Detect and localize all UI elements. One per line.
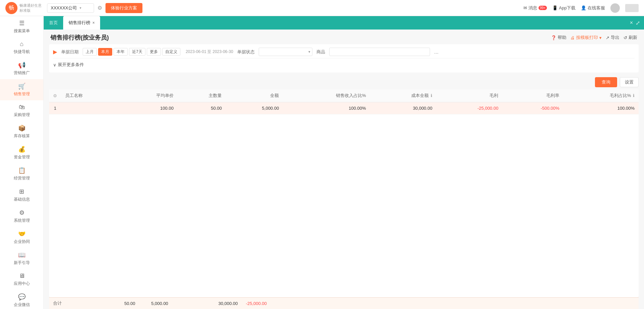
filter-expand-arrow[interactable]: ▶ [53, 49, 57, 55]
tab-sales-ranking[interactable]: 销售排行榜 × [63, 16, 100, 30]
top-bar: 畅 畅康通好生意 标准版 XXXXXX公司 ▾ ⚙ 体验行业方案 ✉ 消息 99… [0, 0, 644, 16]
online-service-button[interactable]: 👤 在线客服 [581, 5, 605, 11]
th-total: 全额 [226, 89, 283, 102]
print-dropdown-icon: ▾ [599, 35, 602, 40]
status-select[interactable] [259, 48, 312, 56]
cell-name-0 [61, 102, 119, 114]
footer-cells: 50.00 5,000.00 30,000.00 -25,000.00 [93, 301, 271, 306]
company-dropdown-icon: ▾ [80, 6, 81, 10]
top-settings-icon[interactable]: ⚙ [97, 5, 102, 11]
sidebar-icon-8: ⊞ [19, 188, 24, 195]
goods-label: 商品 [316, 49, 325, 55]
sidebar-item-新手引导[interactable]: 📖新手引导 [0, 248, 43, 269]
message-button[interactable]: ✉ 消息 99+ [523, 5, 547, 11]
download-icon: 📱 [552, 5, 558, 10]
footer-main-qty: 50.00 [120, 301, 147, 306]
cell-main-qty-0: 50.00 [178, 102, 226, 114]
sidebar-item-库存核算[interactable]: 📦库存核算 [0, 121, 43, 142]
profit-pct-info-icon[interactable]: ℹ [633, 93, 635, 98]
sidebar-icon-4: 🛍 [19, 104, 25, 111]
help-icon: ❓ [551, 35, 556, 40]
print-button[interactable]: 🖨 按模板打印 ▾ [570, 35, 602, 41]
filter-row-1: ▶ 单据日期 上月 本月 本年 近7天 更多 自定义 2023-06-01 至 … [53, 48, 635, 56]
sidebar-item-基础信息[interactable]: ⊞基础信息 [0, 185, 43, 206]
sidebar-label-4: 采购管理 [14, 112, 30, 118]
th-profit-rate: 毛利率 [502, 89, 563, 102]
export-button[interactable]: ↗ 导出 [606, 35, 619, 41]
cell-revenue-pct-0: 100.00% [283, 102, 370, 114]
export-icon: ↗ [606, 35, 609, 40]
date-label: 单据日期 [61, 49, 79, 55]
query-button[interactable]: 查询 [595, 77, 617, 87]
logo-text: 畅康通好生意 标准版 [19, 3, 42, 13]
page-title: 销售排行榜(按业务员) [50, 34, 109, 42]
status-select-wrap [259, 48, 312, 56]
expand-btn-row: ∨ 展开更多条件 [53, 58, 635, 69]
sidebar-label-12: 应用中心 [14, 281, 30, 287]
company-selector[interactable]: XXXXXX公司 ▾ [47, 3, 94, 13]
sidebar-item-经营管理[interactable]: 📋经营管理 [0, 163, 43, 185]
sidebar-item-快捷导航[interactable]: ⌂快捷导航 [0, 37, 43, 58]
service-icon: 👤 [581, 5, 586, 10]
sidebar-item-企业微信[interactable]: 💬企业微信 [0, 290, 43, 309]
cost-info-icon[interactable]: ℹ [431, 93, 432, 98]
sidebar-item-营销推广[interactable]: 📢营销推广 [0, 58, 43, 79]
table-header-row: ⚙ 员工名称 平均单价 主数量 全额 销售收入占比% 成本全额 ℹ 毛 [49, 89, 639, 102]
sidebar-item-采购管理[interactable]: 🛍采购管理 [0, 100, 43, 121]
tab-home[interactable]: 首页 [44, 16, 63, 30]
logo-icon: 畅 [5, 2, 17, 14]
goods-more-icon[interactable]: ... [434, 49, 438, 55]
cell-profit-pct-0: 100.00% [563, 102, 639, 114]
sidebar-item-搜索菜单[interactable]: ☰搜索菜单 [0, 16, 43, 37]
sidebar-label-1: 快捷导航 [14, 49, 30, 55]
expand-more-btn[interactable]: ∨ 展开更多条件 [53, 62, 635, 68]
table-footer: 合计 50.00 5,000.00 30,000.00 -25,000.00 [49, 297, 639, 309]
sidebar-item-应用中心[interactable]: 🖥应用中心 [0, 269, 43, 290]
th-cost: 成本全额 ℹ [370, 89, 436, 102]
th-employee-name: 员工名称 [61, 89, 119, 102]
column-settings-button[interactable]: 设置 [620, 77, 639, 87]
sidebar-label-5: 库存核算 [14, 133, 30, 139]
footer-total: 5,000.00 [147, 301, 174, 306]
cell-total-0: 5,000.00 [226, 102, 283, 114]
action-bar: 查询 设置 [44, 75, 644, 89]
footer-cost: 30,000.00 [214, 301, 242, 306]
date-cur-month-btn[interactable]: 本月 [98, 48, 112, 56]
tab-close-icon[interactable]: × [92, 20, 95, 25]
th-profit-pct: 毛利占比% ℹ [563, 89, 639, 102]
sidebar-item-资金管理[interactable]: 💰资金管理 [0, 142, 43, 163]
sidebar-icon-11: 📖 [18, 251, 26, 259]
date-year-btn[interactable]: 本年 [114, 48, 128, 56]
th-avg-price: 平均单价 [119, 89, 177, 102]
avatar[interactable] [610, 3, 620, 13]
tab-close-all-icon[interactable]: × [630, 20, 633, 26]
date-prev-month-btn[interactable]: 上月 [83, 48, 97, 56]
sidebar-icon-5: 📦 [18, 124, 26, 132]
help-button[interactable]: ❓ 帮助 [551, 35, 566, 41]
date-more-btn[interactable]: 更多 [147, 48, 161, 56]
app-download-button[interactable]: 📱 App下载 [552, 5, 575, 11]
refresh-icon: ↺ [624, 35, 627, 40]
app-logo: 畅 畅康通好生意 标准版 [5, 2, 42, 14]
sidebar-item-企业协同[interactable]: 🤝企业协同 [0, 227, 43, 248]
date-7days-btn[interactable]: 近7天 [129, 48, 145, 56]
sidebar-item-系统管理[interactable]: ⚙系统管理 [0, 206, 43, 227]
refresh-button[interactable]: ↺ 刷新 [624, 35, 637, 41]
th-profit: 毛利 [436, 89, 503, 102]
sidebar-icon-1: ⌂ [20, 41, 24, 48]
sidebar-label-8: 基础信息 [14, 197, 30, 202]
sidebar-label-13: 企业微信 [14, 302, 30, 308]
sidebar-label-7: 经营管理 [14, 175, 30, 181]
cell-cost-0: 30,000.00 [370, 102, 436, 114]
message-icon: ✉ [523, 5, 527, 10]
tab-expand-icon[interactable]: ⤢ [636, 20, 640, 26]
trial-button[interactable]: 体验行业方案 [105, 3, 142, 13]
date-custom-btn[interactable]: 自定义 [162, 48, 180, 56]
sidebar-icon-3: 🛒 [18, 83, 26, 90]
page-header: 销售排行榜(按业务员) ❓ 帮助 🖨 按模板打印 ▾ ↗ [44, 30, 644, 44]
filter-area: ▶ 单据日期 上月 本月 本年 近7天 更多 自定义 2023-06-01 至 … [49, 44, 639, 72]
tab-bar-actions: × ⤢ [630, 20, 644, 26]
goods-input[interactable] [329, 48, 430, 56]
sidebar-item-销售管理[interactable]: 🛒销售管理 [0, 79, 43, 100]
column-gear-icon[interactable]: ⚙ [53, 93, 57, 98]
